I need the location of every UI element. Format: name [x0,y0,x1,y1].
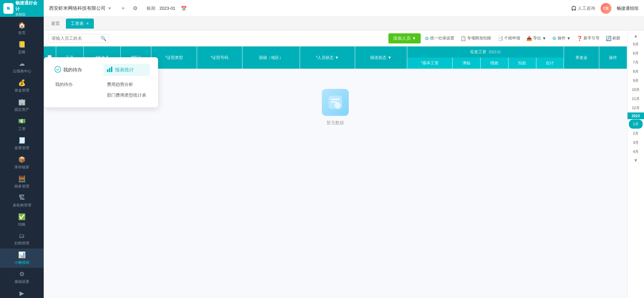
date-year-2023: 2023 [628,112,644,119]
sidebar-item-invoice[interactable]: 🧾 发票管理 [0,134,44,153]
topbar-actions: ＋ ⚙ [118,4,140,13]
sidebar-item-expense[interactable]: 📊 小畅报销 [0,249,44,268]
topbar-right: 🎧 人工咨询 CE 畅捷通组组 [571,3,639,14]
fund-icon: 💰 [18,79,26,87]
toolbar: 🔍 添加人员 ▼ ⚙ 统一社保设置 📋 专项附加扣除 [44,30,627,46]
social-security-icon: ⚙ [425,36,429,41]
cloud-icon: ☁ [19,60,25,67]
date-month-12[interactable]: 12月 [628,103,644,112]
sidebar-item-fixed-assets[interactable]: 🏢 固定资产 [0,96,44,115]
company-dropdown-arrow: ▼ [108,6,112,11]
date-month-3[interactable]: 3月 [628,138,644,147]
calendar-icon[interactable]: 📅 [181,6,187,11]
date-panel: ▲ 5月 6月 7月 8月 9月 10月 11月 12月 2023 1月 2月 … [627,30,644,298]
date-month-5[interactable]: 5月 [628,40,644,49]
add-button[interactable]: ＋ [118,4,128,13]
logo-text: 畅捷通好会计 旗舰版 [15,0,40,17]
ledger-icon: 📒 [18,41,26,48]
svg-point-6 [55,66,61,72]
toolbar-right: 添加人员 ▼ ⚙ 统一社保设置 📋 专项附加扣除 📑 个税申报 [388,33,622,43]
content-area: 🔍 添加人员 ▼ ⚙ 统一社保设置 📋 专项附加扣除 [44,30,644,298]
date-month-4[interactable]: 4月 [628,147,644,156]
guide-icon: ▶ [20,290,24,297]
salary-icon: 💵 [18,118,26,125]
sidebar-item-general-ledger[interactable]: 📒 总账 [0,38,44,57]
sidebar: 畅 畅捷通好会计 旗舰版 🏠 首页 📒 总账 ☁ 云报表中心 💰 资金管理 🏢 … [0,0,44,298]
date-month-7[interactable]: 7月 [628,58,644,67]
sidebar-item-salary[interactable]: 💵 工资 [0,115,44,134]
tab-home[interactable]: 首页 [46,19,65,29]
sidebar-item-inventory[interactable]: 📦 库存核算 [0,153,44,172]
sidebar-item-checkout[interactable]: ✅ 结账 [0,210,44,230]
date-month-10[interactable]: 10月 [628,85,644,94]
guide-action[interactable]: ❓ 新手引导 [575,34,602,42]
th-action: 操作 [599,46,627,69]
sidebar-item-multi-org[interactable]: 🏗 多机构管理 [0,192,44,210]
tax-report-action[interactable]: 📑 个税申报 [495,34,522,42]
tab-close-button[interactable]: ✕ [86,21,89,26]
settings-button[interactable]: ⚙ [130,4,140,13]
date-next-arrow[interactable]: ▼ [632,156,640,164]
svg-rect-1 [331,99,340,100]
sidebar-item-guide[interactable]: ▶ 新手引导 [0,287,44,298]
headset-icon: 🎧 [571,6,576,11]
sidebar-item-cloud-reports[interactable]: ☁ 云报表中心 [0,57,44,76]
company-selector[interactable]: 西安虾米网络科技有限公司 ▼ [49,5,112,11]
popup-section-todo-title: 我的待办 [52,64,98,76]
sidebar-item-archive[interactable]: 🗂 归档管理 [0,230,44,249]
search-icon[interactable]: 🔍 [101,36,106,41]
refresh-icon: 🔄 [606,36,611,41]
sidebar-item-home[interactable]: 🏠 首页 [0,19,44,38]
multi-org-icon: 🏗 [19,194,25,201]
popup-item-trend[interactable]: 费用趋势分析 [104,79,150,90]
th-report-status: 报送状态 ▼ [355,46,407,69]
reports-section-icon [106,66,113,74]
th-pension: 养老金 [564,46,599,69]
popup-item-my-todo[interactable]: 我的待办 [52,79,98,90]
th-status: *人员状态 ▼ [300,46,355,69]
add-person-arrow: ▼ [412,36,416,41]
popup-section-reports-title: 报表统计 [104,64,150,76]
report-filter-icon[interactable]: ▼ [387,55,391,60]
date-month-2[interactable]: 2月 [628,129,644,138]
sidebar-item-settings[interactable]: ⚙ 基础设置 [0,268,44,287]
th-performance: 绩效 [480,58,508,69]
operations-arrow: ▼ [567,36,571,41]
sidebar-navigation: 🏠 首页 📒 总账 ☁ 云报表中心 💰 资金管理 🏢 固定资产 💵 工资 🧾 发… [0,17,44,298]
special-deduction-icon: 📋 [460,36,466,41]
todo-section-icon [54,66,61,74]
social-security-action[interactable]: ⚙ 统一社保设置 [423,34,456,42]
th-total: 合计 [536,58,564,69]
date-month-11[interactable]: 11月 [628,94,644,103]
popup-item-dept-stats[interactable]: 部门费用类型统计表 [104,90,150,101]
export-action[interactable]: 📤 导出 ▼ [524,34,548,42]
period-value: 2023-01 [159,6,176,11]
search-input[interactable] [51,36,99,41]
export-icon: 📤 [526,36,532,41]
tax-report-icon: 📑 [497,36,503,41]
svg-rect-7 [107,69,108,72]
date-prev-arrow[interactable]: ▲ [632,32,640,40]
refresh-action[interactable]: 🔄 刷新 [604,34,622,42]
date-month-9[interactable]: 9月 [628,76,644,85]
popup-menu-grid: 我的待办 我的待办 报表统计 费用趋势分析 [49,63,153,102]
main-area: 西安虾米网络科技有限公司 ▼ ＋ ⚙ 账期 2023-01 📅 🎧 人工咨询 C… [44,0,644,298]
date-month-8[interactable]: 8月 [628,67,644,76]
sidebar-item-fund-mgmt[interactable]: 💰 资金管理 [0,76,44,96]
tab-salary-table[interactable]: 工资表 ✕ [66,19,94,29]
logo-icon: 畅 [3,3,13,14]
period-label: 账期 [147,5,155,11]
th-basic-salary: *基本工资 [407,58,453,69]
th-id-type: *证照类型 [151,46,197,69]
th-nationality: 国籍（地区） [242,46,300,69]
expense-icon: 📊 [18,251,26,259]
operations-action[interactable]: ⚙ 操作 ▼ [550,34,573,42]
date-month-1-active[interactable]: 1月 [629,120,643,129]
popup-section-todo: 我的待办 我的待办 [49,63,101,102]
add-person-button[interactable]: 添加人员 ▼ [388,33,421,43]
sidebar-item-tax[interactable]: 🧮 税务管理 [0,172,44,192]
date-month-6[interactable]: 6月 [628,49,644,58]
status-filter-icon[interactable]: ▼ [335,55,339,60]
special-deduction-action[interactable]: 📋 专项附加扣除 [458,34,493,42]
service-button[interactable]: 🎧 人工咨询 [571,5,595,11]
